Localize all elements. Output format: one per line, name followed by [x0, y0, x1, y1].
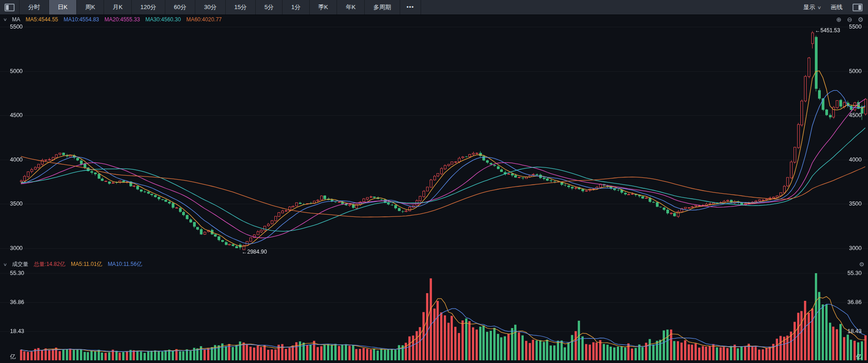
axis-label: 3500: [10, 201, 23, 207]
panel-right-icon: [853, 4, 863, 11]
axis-label: 36.86: [10, 299, 24, 305]
tab-15分[interactable]: 15分: [226, 0, 256, 15]
more-periods-button[interactable]: •••: [400, 0, 421, 15]
panel-right-toggle[interactable]: [853, 4, 863, 11]
display-label: 显示: [804, 3, 815, 11]
tab-60分[interactable]: 60分: [165, 0, 195, 15]
price-annotation: ←2984.90: [242, 249, 267, 255]
volume-values: 总量:14.82亿MA5:11.01亿MA10:11.56亿: [34, 260, 148, 268]
tab-5分[interactable]: 5分: [256, 0, 283, 15]
ma-indicator-label[interactable]: MA: [12, 16, 20, 23]
axis-label: 3500: [849, 201, 862, 207]
kline-canvas[interactable]: [0, 15, 868, 363]
volume-legend-value: MA5:11.01亿: [71, 261, 102, 267]
ma-legend-value: MA30:4560.30: [145, 16, 181, 23]
tab-月K[interactable]: 月K: [104, 0, 132, 15]
tab-年K[interactable]: 年K: [337, 0, 365, 15]
ma-values: MA5:4544.55MA10:4554.83MA20:4555.33MA30:…: [26, 16, 228, 23]
collapse-volume-icon[interactable]: ∨: [3, 262, 7, 267]
volume-legend-value: 总量:14.82亿: [34, 261, 65, 267]
draw-line-label: 画线: [831, 3, 843, 11]
tab-多周期[interactable]: 多周期: [365, 0, 400, 15]
axis-label: 5500: [849, 24, 862, 30]
panel-left-toggle[interactable]: [0, 0, 20, 15]
ma-legend-value: MA60:4020.77: [186, 16, 222, 23]
ma-legend-value: MA20:4555.33: [104, 16, 140, 23]
tab-30分[interactable]: 30分: [195, 0, 225, 15]
axis-label: 5500: [10, 24, 23, 30]
tab-120分[interactable]: 120分: [132, 0, 165, 15]
display-dropdown[interactable]: 显示 ∨: [804, 3, 821, 11]
axis-label: 4000: [10, 157, 23, 163]
volume-settings-gear-icon[interactable]: ⚙: [859, 261, 864, 268]
tab-季K[interactable]: 季K: [310, 0, 337, 15]
chart-tools: ⊕ ⊖ ⚙: [836, 16, 863, 23]
axis-label: 18.43: [848, 328, 862, 334]
axis-label: 4500: [10, 112, 23, 118]
axis-label: 5000: [10, 68, 23, 74]
ma-legend-value: MA10:4554.83: [64, 16, 99, 23]
axis-label: 18.43: [10, 328, 24, 334]
axis-label: 亿: [10, 353, 16, 361]
draw-line-button[interactable]: 画线: [831, 3, 843, 11]
settings-gear-icon[interactable]: ⚙: [858, 16, 863, 23]
axis-label: 4500: [849, 112, 862, 118]
chevron-down-icon: ∨: [817, 5, 822, 10]
chart-area: ∨ MA MA5:4544.55MA10:4554.83MA20:4555.33…: [0, 15, 868, 363]
axis-label: 36.86: [848, 299, 862, 305]
ma-legend-value: MA5:4544.55: [26, 16, 58, 23]
volume-legend-value: MA10:11.56亿: [108, 261, 142, 267]
tab-分时[interactable]: 分时: [20, 0, 49, 15]
kline-app: 分时日K周K月K120分60分30分15分5分1分季K年K多周期••• 显示 ∨…: [0, 0, 868, 363]
panel-left-icon: [5, 4, 15, 11]
axis-label: 55.30: [10, 270, 24, 276]
tab-周K[interactable]: 周K: [77, 0, 104, 15]
tab-1分[interactable]: 1分: [283, 0, 309, 15]
volume-title[interactable]: 成交量: [12, 260, 29, 268]
axis-label: 4000: [849, 157, 862, 163]
axis-label: 亿: [856, 353, 862, 361]
ma-legend: ∨ MA MA5:4544.55MA10:4554.83MA20:4555.33…: [4, 16, 227, 23]
axis-label: 3000: [10, 245, 23, 251]
collapse-ma-icon[interactable]: ∨: [3, 17, 7, 22]
axis-label: 55.30: [848, 270, 862, 276]
toolbar-right: 显示 ∨ 画线: [804, 0, 868, 15]
price-annotation: ←5451.53: [815, 27, 840, 34]
axis-label: 3000: [849, 245, 862, 251]
period-tabs: 分时日K周K月K120分60分30分15分5分1分季K年K多周期•••: [20, 0, 421, 15]
volume-legend: ∨ 成交量 总量:14.82亿MA5:11.01亿MA10:11.56亿 ⚙: [4, 260, 864, 268]
zoom-out-icon[interactable]: ⊖: [847, 16, 853, 23]
period-toolbar: 分时日K周K月K120分60分30分15分5分1分季K年K多周期••• 显示 ∨…: [0, 0, 868, 15]
tab-日K[interactable]: 日K: [49, 0, 77, 15]
zoom-in-icon[interactable]: ⊕: [836, 16, 842, 23]
axis-label: 5000: [849, 68, 862, 74]
